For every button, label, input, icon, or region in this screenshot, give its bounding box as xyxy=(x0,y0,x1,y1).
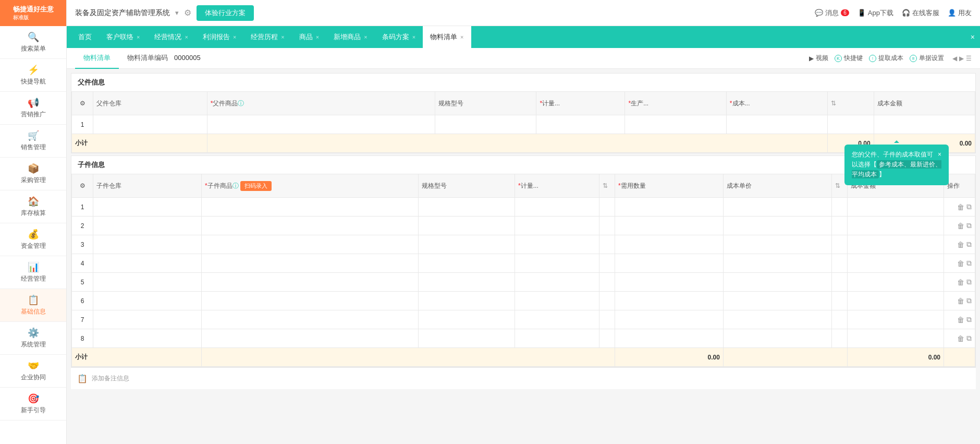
child-spec-cell-2[interactable] xyxy=(419,217,515,235)
sidebar-item-basic-info[interactable]: 📋 基础信息 xyxy=(0,289,66,322)
child-unit-cell-2[interactable] xyxy=(515,217,599,235)
child-unitprice-cell-2[interactable] xyxy=(723,217,831,235)
parent-warehouse-cell[interactable] xyxy=(93,115,207,134)
child-warehouse-cell-3[interactable] xyxy=(93,235,202,254)
parent-unit-cell[interactable] xyxy=(536,115,625,134)
close-icon[interactable]: × xyxy=(137,34,140,40)
child-warehouse-cell-7[interactable] xyxy=(93,310,202,329)
copy-row-button[interactable]: ⧉ xyxy=(966,240,972,249)
tab-bom[interactable]: 物料清单× xyxy=(423,26,471,48)
tab-new-product[interactable]: 新增商品× xyxy=(326,26,374,48)
child-spec-cell-1[interactable] xyxy=(419,198,515,217)
message-button[interactable]: 💬 消息 6 xyxy=(815,8,849,18)
next-arrow[interactable]: ▶ xyxy=(959,55,964,62)
menu-icon[interactable]: ☰ xyxy=(966,55,972,62)
close-icon[interactable]: × xyxy=(364,34,367,40)
sidebar-item-inventory[interactable]: 🏠 库存核算 xyxy=(0,190,66,223)
delete-row-button[interactable]: 🗑 xyxy=(957,222,964,230)
child-warehouse-cell-6[interactable] xyxy=(93,292,202,310)
child-product-cell-4[interactable] xyxy=(202,254,419,273)
dropdown-arrow-icon[interactable]: ▾ xyxy=(175,9,179,17)
child-warehouse-cell-2[interactable] xyxy=(93,217,202,235)
sidebar-item-sales[interactable]: 🛒 销售管理 xyxy=(0,125,66,158)
child-qty-cell-3[interactable] xyxy=(615,235,723,254)
sidebar-item-purchase[interactable]: 📦 采购管理 xyxy=(0,158,66,190)
delete-row-button[interactable]: 🗑 xyxy=(957,316,964,324)
child-unitprice-cell-7[interactable] xyxy=(723,310,831,329)
child-product-cell-7[interactable] xyxy=(202,310,419,329)
child-warehouse-cell-5[interactable] xyxy=(93,273,202,292)
child-spec-cell-7[interactable] xyxy=(419,310,515,329)
tooltip-close-button[interactable]: × xyxy=(938,150,941,160)
child-qty-cell-7[interactable] xyxy=(615,310,723,329)
child-warehouse-cell-8[interactable] xyxy=(93,329,202,348)
parent-product-cell[interactable] xyxy=(207,115,435,134)
child-product-cell-8[interactable] xyxy=(202,329,419,348)
close-icon[interactable]: × xyxy=(460,34,463,40)
child-unit-cell-5[interactable] xyxy=(515,273,599,292)
child-unit-cell-1[interactable] xyxy=(515,198,599,217)
subtab-bom-code[interactable]: 物料清单编码 0000005 xyxy=(119,48,209,69)
delete-row-button[interactable]: 🗑 xyxy=(957,203,964,211)
sidebar-item-marketing[interactable]: 📢 营销推广 xyxy=(0,92,66,125)
delete-row-button[interactable]: 🗑 xyxy=(957,334,964,343)
child-unitprice-cell-4[interactable] xyxy=(723,254,831,273)
prev-arrow[interactable]: ◀ xyxy=(952,55,957,62)
child-spec-cell-3[interactable] xyxy=(419,235,515,254)
child-qty-cell-1[interactable] xyxy=(615,198,723,217)
user-button[interactable]: 👤 用友 xyxy=(948,8,972,18)
tab-customer[interactable]: 客户联络× xyxy=(99,26,147,48)
table-settings-icon[interactable]: ⚙ xyxy=(75,96,90,111)
child-product-cell-2[interactable] xyxy=(202,217,419,235)
parent-cost-cell[interactable] xyxy=(726,115,827,134)
child-unit-cell-3[interactable] xyxy=(515,235,599,254)
child-unitprice-cell-6[interactable] xyxy=(723,292,831,310)
shortcut-action[interactable]: K 快捷键 xyxy=(835,54,863,63)
close-icon[interactable]: × xyxy=(233,34,236,40)
child-unit-cell-6[interactable] xyxy=(515,292,599,310)
child-unitprice-cell-5[interactable] xyxy=(723,273,831,292)
close-icon[interactable]: × xyxy=(281,34,284,40)
child-product-cell-6[interactable] xyxy=(202,292,419,310)
tab-operations[interactable]: 经营情况× xyxy=(147,26,195,48)
child-unit-cell-4[interactable] xyxy=(515,254,599,273)
child-unit-cell-7[interactable] xyxy=(515,310,599,329)
sidebar-item-finance[interactable]: 💰 资金管理 xyxy=(0,223,66,256)
copy-row-button[interactable]: ⧉ xyxy=(966,315,972,324)
sidebar-item-collaboration[interactable]: 🤝 企业协同 xyxy=(0,355,66,388)
parent-production-cell[interactable] xyxy=(625,115,726,134)
child-qty-cell-2[interactable] xyxy=(615,217,723,235)
close-all-button[interactable]: × xyxy=(965,33,980,41)
tab-home[interactable]: 首页 xyxy=(71,26,99,48)
try-plan-button[interactable]: 体验行业方案 xyxy=(197,5,254,21)
tab-barcode[interactable]: 条码方案× xyxy=(375,26,423,48)
copy-row-button[interactable]: ⧉ xyxy=(966,221,972,230)
copy-row-button[interactable]: ⧉ xyxy=(966,278,972,286)
child-unitprice-cell-8[interactable] xyxy=(723,329,831,348)
scan-input-button[interactable]: 扫码录入 xyxy=(240,181,272,191)
child-spec-cell-5[interactable] xyxy=(419,273,515,292)
child-warehouse-cell-4[interactable] xyxy=(93,254,202,273)
copy-row-button[interactable]: ⧉ xyxy=(966,296,972,305)
delete-row-button[interactable]: 🗑 xyxy=(957,278,964,286)
child-qty-cell-4[interactable] xyxy=(615,254,723,273)
child-spec-cell-8[interactable] xyxy=(419,329,515,348)
child-unit-cell-8[interactable] xyxy=(515,329,599,348)
sidebar-item-system[interactable]: ⚙️ 系统管理 xyxy=(0,322,66,355)
child-qty-cell-5[interactable] xyxy=(615,273,723,292)
sidebar-item-tutorial[interactable]: 🎯 新手引导 xyxy=(0,388,66,421)
extract-cost-action[interactable]: ↑ 提取成本 xyxy=(869,54,903,63)
child-table-settings-icon[interactable]: ⚙ xyxy=(75,178,90,193)
delete-row-button[interactable]: 🗑 xyxy=(957,259,964,268)
copy-row-button[interactable]: ⧉ xyxy=(966,259,972,268)
tab-history[interactable]: 经营历程× xyxy=(243,26,291,48)
tab-profit[interactable]: 利润报告× xyxy=(195,26,243,48)
app-download-button[interactable]: 📱 App下载 xyxy=(858,8,893,18)
sidebar-item-quicknav[interactable]: ⚡ 快捷导航 xyxy=(0,59,66,92)
copy-row-button[interactable]: ⧉ xyxy=(966,202,972,211)
child-spec-cell-4[interactable] xyxy=(419,254,515,273)
close-icon[interactable]: × xyxy=(316,34,319,40)
doc-settings-action[interactable]: ≡ 单据设置 xyxy=(910,54,944,63)
child-product-cell-1[interactable] xyxy=(202,198,419,217)
delete-row-button[interactable]: 🗑 xyxy=(957,241,964,249)
